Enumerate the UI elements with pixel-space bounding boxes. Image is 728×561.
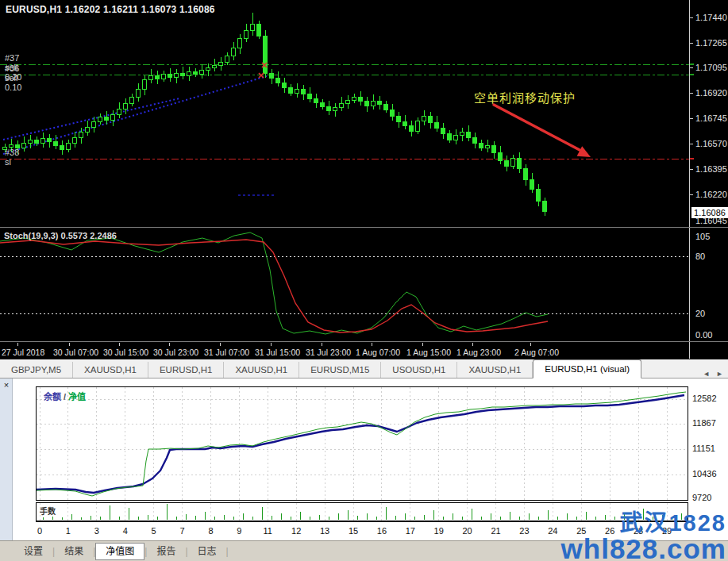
time-tick (17, 343, 18, 346)
equity-x-label: 3 (94, 526, 99, 536)
time-tick (372, 343, 372, 346)
price-axis[interactable]: 1.174401.172651.170951.169201.167451.165… (689, 0, 728, 341)
lots-bars-canvas (37, 503, 688, 521)
stochastic-label: Stoch(19,9,3) 0.5573 2.2486 (4, 231, 117, 240)
time-axis-label: 1 Aug 15:00 (406, 348, 451, 357)
equity-x-label: 0 (37, 526, 42, 536)
stoch-axis-label: 105 (695, 232, 710, 241)
price-axis-tick (690, 43, 693, 44)
equity-x-label: 12 (291, 526, 301, 536)
time-axis-label: 30 Jul 07:00 (53, 348, 98, 357)
price-axis-tick (690, 93, 693, 94)
legend-separator: / (61, 392, 68, 402)
price-axis-label: 1.16570 (695, 139, 727, 148)
chart-tab[interactable]: EURUSD,H1 (visual) (533, 359, 641, 378)
chart-tab-bar: GBPJPY,M5XAUUSD,H1EURUSD,H1XAUUSD,H1EURU… (0, 359, 728, 378)
chart-tab[interactable]: EURUSD,M15 (299, 362, 381, 378)
price-axis-tick (690, 144, 693, 144)
stoch-axis-label: 0.00 (695, 330, 712, 340)
price-axis-label: 1.16745 (695, 113, 727, 123)
time-tick (220, 343, 221, 346)
equity-x-label: 26 (605, 526, 614, 536)
time-tick (119, 343, 120, 346)
tester-tab[interactable]: 日志 (188, 544, 226, 559)
stochastic-canvas[interactable] (0, 229, 689, 341)
time-tick (530, 343, 531, 346)
time-tick (271, 343, 272, 346)
lots-label: 手数 (40, 505, 56, 517)
equity-x-label: 7 (179, 526, 184, 536)
tester-tab-bar: 设置|结果|净值图|报告|日志| (0, 540, 728, 561)
equity-x-label: 5 (152, 526, 156, 536)
chart-tab[interactable]: XAUUSD,H1 (73, 362, 148, 378)
price-axis-label: 1.17440 (695, 13, 727, 22)
tester-tab[interactable]: 净值图 (95, 543, 144, 560)
chart-tab[interactable]: GBPJPY,M5 (0, 362, 73, 378)
equity-y-label: 11151 (692, 444, 715, 453)
time-axis-label: 1 Aug 23:00 (456, 348, 501, 357)
tester-side-strip: × 测试 (0, 378, 13, 561)
time-axis-label: 1 Aug 07:00 (356, 348, 400, 357)
tab-scroll-left-icon[interactable]: ◄ (703, 370, 710, 378)
equity-y-label: 9720 (692, 493, 711, 502)
chart-tab[interactable]: XAUUSD,H1 (224, 362, 299, 378)
level-axis-tick (690, 158, 694, 159)
equity-x-label: 16 (377, 526, 387, 536)
chart-ohlc-header: EURUSD,H1 1.16202 1.16211 1.16073 1.1608… (6, 4, 215, 15)
price-axis-label: 1.16220 (695, 190, 727, 199)
level-axis-tick (690, 74, 694, 75)
equity-x-label: 20 (463, 526, 472, 536)
order-label: #38 sl (5, 148, 19, 167)
time-tick (322, 343, 322, 346)
time-axis-label: 30 Jul 15:00 (103, 348, 148, 357)
price-axis-label: 1.17095 (695, 63, 727, 72)
time-axis-label: 31 Jul 23:00 (306, 348, 351, 357)
strategy-tester-panel: × 测试 余额/净值 手数 125821186711151104369720 0… (0, 378, 728, 561)
tester-tab[interactable]: 设置 (14, 544, 52, 559)
close-icon[interactable]: × (2, 380, 11, 390)
chart-tab[interactable]: XAUUSD,H1 (457, 362, 533, 378)
panel-separator[interactable] (0, 227, 728, 228)
time-axis-label: 31 Jul 15:00 (255, 348, 300, 357)
price-chart-panel[interactable]: EURUSD,H1 1.16202 1.16211 1.16073 1.1608… (0, 0, 728, 359)
time-axis-label: 27 Jul 2018 (2, 348, 44, 357)
order-label: #36 sell 0.10 (5, 63, 21, 92)
time-axis-label: 2 Aug 07:00 (514, 348, 559, 357)
time-axis-label: 30 Jul 23:00 (153, 348, 198, 357)
chart-tab[interactable]: EURUSD,H1 (148, 362, 224, 378)
annotation-text: 空单利润移动保护 (474, 89, 576, 106)
equity-x-label: 15 (349, 526, 358, 536)
equity-y-label: 10436 (692, 469, 717, 478)
tab-scroll-nav: ◄ ► (703, 370, 728, 378)
equity-x-label: 8 (208, 526, 213, 536)
price-axis-tick (690, 118, 693, 119)
candlestick-chart-canvas[interactable] (0, 0, 689, 227)
equity-x-label: 28 (634, 526, 643, 536)
price-axis-tick (690, 169, 693, 170)
price-axis-label: 1.16045 (695, 216, 727, 225)
level-axis-tick (690, 63, 694, 65)
tester-tab[interactable]: 结果 (55, 544, 93, 559)
equity-x-label: 29 (662, 526, 672, 536)
tab-separator: | (226, 546, 229, 557)
stoch-axis-label: 20 (695, 309, 705, 318)
equity-x-label: 17 (406, 526, 415, 536)
equity-x-label: 9 (237, 526, 241, 536)
price-axis-tick (690, 194, 693, 195)
tab-scroll-right-icon[interactable]: ► (716, 370, 723, 378)
equity-x-label: 24 (548, 526, 557, 536)
equity-x-label: 19 (434, 526, 444, 536)
equity-curve-canvas[interactable] (37, 387, 688, 500)
equity-x-label: 13 (320, 526, 329, 536)
price-axis-label: 1.17265 (695, 38, 727, 48)
chart-tab[interactable]: USOUSD,H1 (381, 362, 457, 378)
mt4-window: EURUSD,H1 1.16202 1.16211 1.16073 1.1608… (0, 0, 728, 561)
legend-equity: 净值 (68, 392, 86, 402)
tester-tab[interactable]: 报告 (147, 544, 185, 559)
equity-legend: 余额/净值 (44, 390, 86, 402)
equity-x-label: 25 (576, 526, 586, 536)
time-axis-label: 31 Jul 07:00 (204, 348, 249, 357)
equity-x-label: 21 (491, 526, 500, 536)
time-axis[interactable]: 27 Jul 201830 Jul 07:0030 Jul 15:0030 Ju… (0, 342, 728, 359)
price-axis-tick (690, 67, 693, 68)
